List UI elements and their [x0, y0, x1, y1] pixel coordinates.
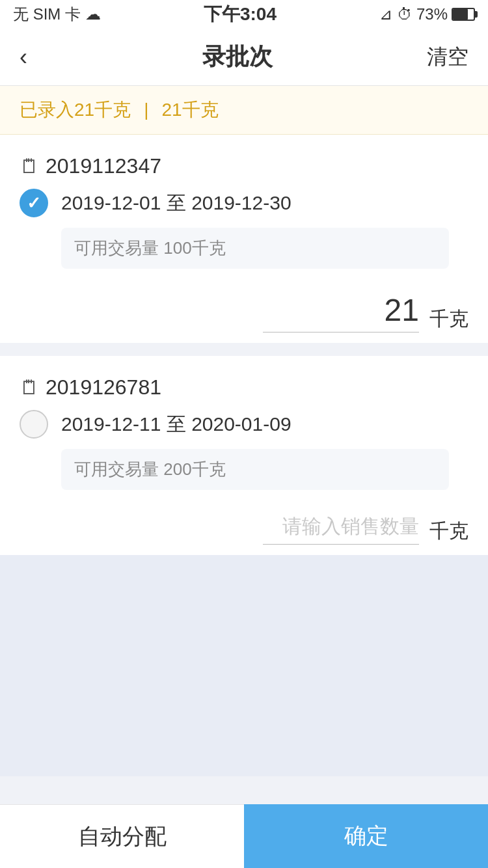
batch2-avail: 可用交易量 200千克	[61, 449, 449, 490]
banner-value: 21千克	[161, 98, 218, 122]
batch1-amount-value: 21	[385, 292, 419, 328]
batch2-input-inner[interactable]: 请输入销售数量	[263, 513, 419, 545]
sim-label: 无 SIM 卡 ☁	[13, 4, 101, 25]
batch1-header: 🗒 2019112347	[20, 154, 468, 178]
battery-percent: 73%	[416, 5, 448, 23]
batch1-id: 2019112347	[46, 154, 161, 178]
batch2-header: 🗒 2019126781	[20, 375, 468, 400]
batch1-avail: 可用交易量 100千克	[61, 228, 449, 269]
batch2-input-row[interactable]: 请输入销售数量 千克	[0, 503, 488, 555]
batch1-row[interactable]: 2019-12-01 至 2019-12-30	[20, 189, 468, 217]
section-divider	[0, 343, 488, 356]
batch2-radio[interactable]	[20, 410, 48, 439]
nav-bar: ‹ 录批次 清空	[0, 29, 488, 86]
batch1-amount-row: 21 千克	[0, 282, 488, 343]
bottom-area	[0, 555, 488, 776]
batch2-unit: 千克	[429, 518, 468, 545]
batch1-card: 🗒 2019112347 2019-12-01 至 2019-12-30 可用交…	[0, 135, 488, 343]
status-left: 无 SIM 卡 ☁	[13, 4, 101, 25]
batch2-id: 2019126781	[46, 375, 161, 400]
doc-icon-2: 🗒	[20, 377, 39, 399]
batch1-underline	[263, 332, 419, 332]
batch2-date-range: 2019-12-11 至 2020-01-09	[61, 411, 291, 438]
info-banner: 已录入21千克 | 21千克	[0, 86, 488, 135]
banner-divider: |	[144, 100, 148, 120]
batch2-card: 🗒 2019126781 2019-12-11 至 2020-01-09 可用交…	[0, 356, 488, 555]
doc-icon-1: 🗒	[20, 156, 39, 178]
batch2-row[interactable]: 2019-12-11 至 2020-01-09	[20, 410, 468, 439]
batch1-radio[interactable]	[20, 189, 48, 217]
batch2-input-underline	[263, 544, 419, 545]
back-button[interactable]: ‹	[20, 44, 59, 71]
recorded-label: 已录入21千克	[20, 98, 131, 122]
batch1-amount-inner: 21	[263, 292, 419, 332]
batch1-date-range: 2019-12-01 至 2019-12-30	[61, 190, 291, 217]
footer: 自动分配 确定	[0, 804, 488, 868]
page-title: 录批次	[202, 41, 273, 73]
batch2-input-placeholder[interactable]: 请输入销售数量	[282, 513, 419, 540]
clear-button[interactable]: 清空	[416, 43, 468, 72]
confirm-button[interactable]: 确定	[244, 804, 488, 868]
battery-bar	[452, 8, 475, 21]
batch1-unit: 千克	[429, 306, 468, 332]
status-bar: 无 SIM 卡 ☁ 下午3:04 ⊿ ⏱ 73%	[0, 0, 488, 29]
status-right: ⊿ ⏱ 73%	[379, 5, 475, 23]
status-time: 下午3:04	[204, 2, 277, 27]
auto-distribute-button[interactable]: 自动分配	[0, 804, 244, 868]
battery-icon: ⊿ ⏱	[379, 5, 413, 23]
